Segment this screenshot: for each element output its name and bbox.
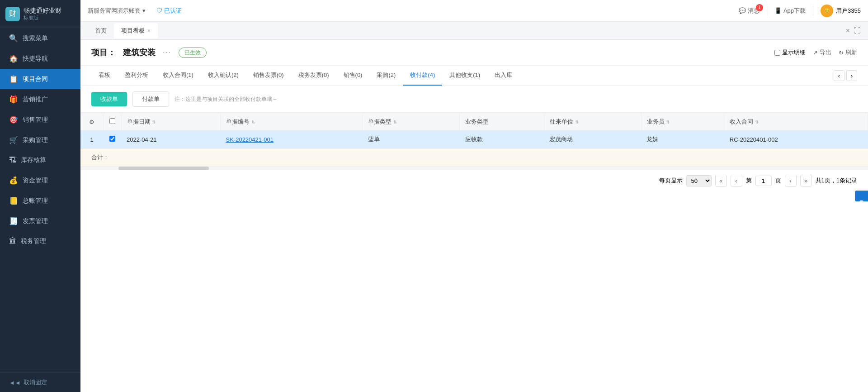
col-salesperson-label: 业务员 — [647, 118, 665, 125]
sidebar-item-sales-mgmt[interactable]: 🎯 销售管理 — [0, 110, 80, 130]
project-selector[interactable]: 新服务官网演示账套 ▾ — [88, 7, 146, 15]
total-label: 合计： — [91, 154, 109, 161]
select-all-checkbox[interactable] — [109, 118, 115, 124]
col-bill-type-sort-icon[interactable]: ⇅ — [393, 120, 397, 124]
row-checkbox[interactable] — [109, 136, 115, 142]
payment-bill-button[interactable]: 付款单 — [132, 91, 169, 107]
row-income-contract: RC-20220401-002 — [724, 131, 868, 148]
filter-bar: 收款单 付款单 注：这里是与项目关联的全部收付款单哦～ — [80, 86, 868, 113]
col-salesperson-sort-icon[interactable]: ⇅ — [666, 120, 670, 124]
col-income-contract[interactable]: 收入合同 ⇅ — [724, 113, 868, 131]
col-partner-sort-icon[interactable]: ⇅ — [575, 120, 579, 124]
col-settings[interactable]: ⚙ — [80, 113, 103, 131]
page-label: 第 — [746, 177, 752, 185]
tab-close-icon[interactable]: × — [147, 28, 151, 34]
settings-icon[interactable]: ⚙ — [89, 119, 94, 125]
main-area: 新服务官网演示账套 ▾ 🛡 已认证 💬 消息 1 📱 App下载 😊 用 — [80, 0, 868, 392]
sidebar-item-capital[interactable]: 💰 资金管理 — [0, 170, 80, 191]
sub-tab-next[interactable]: › — [846, 70, 857, 81]
sub-tab-sales-invoice[interactable]: 销售发票(0) — [246, 66, 291, 86]
prev-page-button[interactable]: ‹ — [731, 175, 742, 186]
sidebar-unpin[interactable]: ◄◄ 取消固定 — [0, 373, 80, 392]
table-row[interactable]: 1 2022-04-21 SK-20220421-001 蓝单 应收款 宏茂商场… — [80, 131, 868, 148]
col-bill-type[interactable]: 单据类型 ⇅ — [363, 113, 460, 131]
quick-nav-icon: 🏠 — [9, 54, 18, 63]
sidebar-item-ledger[interactable]: 📒 总账管理 — [0, 191, 80, 211]
export-button[interactable]: ↗ 导出 — [813, 48, 831, 57]
tab-home[interactable]: 首页 — [88, 23, 114, 38]
project-actions: 显示明细 ↗ 导出 ↻ 刷新 — [774, 48, 857, 57]
sub-tab-tax-invoice[interactable]: 税务发票(0) — [291, 66, 336, 86]
sub-tab-purchase[interactable]: 采购(2) — [369, 66, 403, 86]
sub-tab-kanban[interactable]: 看板 — [91, 66, 118, 86]
sidebar-item-invoice[interactable]: 🧾 发票管理 — [0, 211, 80, 231]
project-title: 建筑安装 — [123, 47, 156, 58]
receipt-bill-button[interactable]: 收款单 — [91, 92, 127, 106]
search-icon: 🔍 — [9, 34, 18, 43]
sidebar-item-label-search: 搜索菜单 — [23, 34, 48, 43]
sub-tab-receipts[interactable]: 收付款(4) — [403, 66, 442, 86]
col-code[interactable]: 单据编号 ⇅ — [221, 113, 363, 131]
unpin-label: 取消固定 — [24, 378, 47, 387]
sub-tab-income-confirm[interactable]: 收入确认(2) — [201, 66, 246, 86]
col-date-sort-icon[interactable]: ⇅ — [152, 120, 156, 124]
inventory-icon: 🏗 — [9, 156, 16, 164]
sub-tab-in-out[interactable]: 出入库 — [487, 66, 519, 86]
refresh-button[interactable]: ↻ 刷新 — [839, 48, 857, 57]
project-label: 项目： — [91, 47, 116, 58]
app-download-button[interactable]: 📱 App下载 — [774, 7, 806, 15]
sidebar-item-purchase-mgmt[interactable]: 🛒 采购管理 — [0, 130, 80, 150]
sales-mgmt-icon: 🎯 — [9, 115, 18, 124]
sidebar-nav: 🔍 搜索菜单 🏠 快捷导航 📋 项目合同 🎁 营销推广 🎯 销售管理 🛒 采购管… — [0, 28, 80, 373]
page-number-input[interactable] — [755, 176, 772, 186]
last-page-button[interactable]: » — [800, 175, 812, 186]
divider-1 — [767, 6, 767, 15]
table-container: ⚙ 单据日期 ⇅ 单据编号 ⇅ — [80, 113, 868, 148]
sidebar-item-project-contract[interactable]: 📋 项目合同 — [0, 69, 80, 89]
sub-tabs: 看板 盈利分析 收入合同(1) 收入确认(2) 销售发票(0) 税务发票(0) … — [80, 66, 868, 86]
show-detail-label: 显示明细 — [782, 48, 806, 57]
sidebar-item-marketing[interactable]: 🎁 营销推广 — [0, 89, 80, 110]
sub-tab-prev[interactable]: ‹ — [834, 70, 844, 81]
page-size-select[interactable]: 50 20 100 — [686, 175, 712, 186]
purchase-mgmt-icon: 🛒 — [9, 136, 18, 144]
user-menu[interactable]: 😊 用户3355 — [821, 5, 861, 17]
sub-tab-sales[interactable]: 销售(0) — [336, 66, 370, 86]
receipts-table: ⚙ 单据日期 ⇅ 单据编号 ⇅ — [80, 113, 868, 148]
col-code-sort-icon[interactable]: ⇅ — [251, 120, 255, 124]
scrollbar-area[interactable] — [80, 166, 868, 170]
filter-note: 注：这里是与项目关联的全部收付款单哦～ — [175, 96, 278, 103]
sidebar-item-label-invoice: 发票管理 — [23, 217, 48, 225]
app-name-block: 畅捷通好业财 标准版 — [24, 6, 61, 21]
first-page-button[interactable]: « — [715, 175, 727, 186]
project-contract-icon: 📋 — [9, 75, 18, 83]
project-more-icon[interactable]: ··· — [163, 48, 171, 57]
close-window-icon[interactable]: × — [846, 27, 850, 35]
sub-tab-income-contract[interactable]: 收入合同(1) — [156, 66, 201, 86]
col-partner[interactable]: 往来单位 ⇅ — [544, 113, 641, 131]
col-partner-label: 往来单位 — [550, 118, 573, 125]
row-code-link[interactable]: SK-20220421-001 — [226, 136, 274, 143]
sidebar-item-quick-nav[interactable]: 🏠 快捷导航 — [0, 48, 80, 69]
row-code[interactable]: SK-20220421-001 — [221, 131, 363, 148]
sidebar-item-search[interactable]: 🔍 搜索菜单 — [0, 28, 80, 48]
maximize-window-icon[interactable]: ⛶ — [854, 27, 861, 35]
sidebar-item-inventory[interactable]: 🏗 库存核算 — [0, 150, 80, 170]
verified-badge: 🛡 已认证 — [156, 7, 182, 15]
tab-project-board[interactable]: 项目看板 × — [114, 23, 158, 38]
col-business-type-label: 业务类型 — [465, 118, 489, 125]
row-checkbox-cell[interactable] — [103, 131, 121, 148]
sub-tab-other-income[interactable]: 其他收支(1) — [442, 66, 487, 86]
col-salesperson[interactable]: 业务员 ⇅ — [641, 113, 724, 131]
topbar: 新服务官网演示账套 ▾ 🛡 已认证 💬 消息 1 📱 App下载 😊 用 — [80, 0, 868, 22]
messages-button[interactable]: 💬 消息 1 — [739, 7, 760, 15]
sub-tab-profit[interactable]: 盈利分析 — [118, 66, 156, 86]
col-date[interactable]: 单据日期 ⇅ — [121, 113, 221, 131]
col-income-contract-sort-icon[interactable]: ⇅ — [755, 120, 759, 124]
feedback-button[interactable]: 意见 — [855, 191, 868, 201]
sidebar-item-tax[interactable]: 🏛 税务管理 — [0, 231, 80, 251]
next-page-button[interactable]: › — [785, 175, 797, 186]
show-detail-checkbox[interactable] — [774, 50, 780, 56]
sub-tab-nav: ‹ › — [834, 70, 857, 81]
show-detail-toggle[interactable]: 显示明细 — [774, 48, 806, 57]
